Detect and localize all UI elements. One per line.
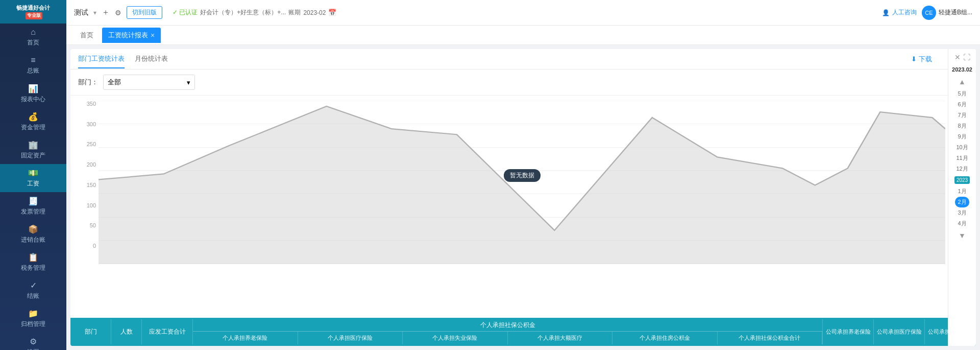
add-button[interactable]: ＋ [102, 7, 110, 18]
th-total-wage: 应发工资合计 [142, 319, 193, 344]
th-personal-major-medical: 个人承担大额医疗 [508, 332, 613, 344]
reports-icon: 📊 [28, 84, 38, 94]
th-dept: 部门 [70, 319, 111, 344]
th-personal-items: 个人承担养老保险 个人承担医疗保险 个人承担失业保险 个人承担大额医疗 个人承担… [193, 332, 822, 344]
tab-home[interactable]: 首页 [74, 28, 100, 43]
month-item-2-1月[interactable]: 1月 [955, 186, 969, 197]
month-item-5月[interactable]: 5月 [953, 88, 970, 99]
y-label-100: 100 [87, 202, 96, 208]
sidebar-item-sales[interactable]: 📦 进销台账 [0, 220, 66, 248]
help-button[interactable]: 👤 人工咨询 [882, 8, 917, 17]
status-area: ✓ 已认证 好会计（专）+好生意（标）+... 账期 2023-02 📅 [173, 8, 336, 17]
sidebar-item-home[interactable]: ⌂ 首页 [0, 24, 66, 52]
month-item-2-4月[interactable]: 4月 [955, 218, 969, 229]
subtab-dept[interactable]: 部门工资统计表 [78, 50, 125, 68]
funds-icon: 💰 [28, 112, 38, 122]
month-item-8月[interactable]: 8月 [953, 121, 970, 131]
company-dropdown-icon[interactable]: ▾ [93, 9, 96, 16]
panel-expand-icon[interactable]: ⛶ [963, 53, 970, 61]
assets-icon: 🏢 [28, 140, 38, 150]
edition-badge: 专业版 [26, 12, 42, 19]
sidebar-item-settings[interactable]: ⚙ 设置 [0, 333, 66, 350]
month-item-2-2月[interactable]: 2月 [955, 197, 969, 207]
assets-label: 固定资产 [21, 151, 45, 160]
tab-salary-report-label: 工资统计报表 [108, 31, 148, 40]
sidebar-item-funds[interactable]: 💰 资金管理 [0, 108, 66, 136]
tab-salary-report[interactable]: 工资统计报表 × [102, 28, 161, 43]
username: 轻捷通B组... [939, 8, 972, 17]
home-label: 首页 [27, 38, 39, 47]
avatar: CE [922, 6, 936, 20]
tab-bar: 首页 工资统计报表 × [66, 26, 980, 45]
tab-close-icon[interactable]: × [151, 31, 155, 39]
reports-label: 报表中心 [21, 95, 45, 104]
sidebar-item-invoice[interactable]: 🧾 发票管理 [0, 192, 66, 220]
subtab-month[interactable]: 月份统计表 [135, 50, 168, 68]
th-company-pension: 公司承担养老保险 [823, 319, 874, 344]
month-item-12月[interactable]: 12月 [953, 164, 970, 174]
sidebar-item-assets[interactable]: 🏢 固定资产 [0, 136, 66, 164]
dept-select[interactable]: 全部 ▾ [103, 75, 195, 90]
month-item-9月[interactable]: 9月 [953, 131, 970, 142]
settings-icon: ⚙ [30, 337, 37, 346]
company-name: 测试 [74, 8, 88, 17]
area-path [99, 106, 945, 264]
tax-label: 税务管理 [21, 264, 45, 272]
month-item-10月[interactable]: 10月 [953, 142, 970, 153]
year-label: 2023.02 [949, 64, 975, 75]
help-icon: 👤 [882, 9, 890, 16]
sidebar-item-salary[interactable]: 💵 工资 [0, 164, 66, 192]
th-personal-unemployment: 个人承担失业保险 [403, 332, 508, 344]
sales-label: 进销台账 [21, 236, 45, 244]
y-label-150: 150 [87, 182, 96, 188]
invoice-label: 发票管理 [21, 207, 45, 216]
panel-close-icon[interactable]: ✕ [954, 53, 961, 61]
panel-controls: ✕ ⛶ [953, 52, 972, 63]
th-headcount: 人数 [111, 319, 142, 344]
ledger-icon: ≡ [31, 56, 35, 65]
calendar-icon[interactable]: 📅 [328, 9, 336, 16]
chart-area: 350 300 250 200 150 100 50 0 [70, 96, 976, 346]
y-label-200: 200 [87, 161, 96, 168]
settings-icon[interactable]: ⚙ [115, 9, 121, 17]
sidebar-item-tax[interactable]: 📋 税务管理 [0, 248, 66, 276]
y-label-50: 50 [90, 222, 96, 228]
certified-status: ✓ 已认证 [173, 8, 198, 17]
download-button[interactable]: ⬇ 下载 [911, 55, 932, 64]
ledger-label: 总账 [27, 66, 39, 75]
product-tags: 好会计（专）+好生意（标）+... [200, 8, 286, 17]
th-company-medical: 公司承担医疗保险 [874, 319, 925, 344]
month-item-11月[interactable]: 11月 [953, 153, 970, 164]
sidebar-item-archive[interactable]: 📁 归档管理 [0, 305, 66, 333]
sidebar-item-close[interactable]: ✓ 结账 [0, 276, 66, 305]
archive-label: 归档管理 [21, 320, 45, 329]
month-item-2-3月[interactable]: 3月 [955, 207, 969, 218]
app-name: 畅捷通好会计 专业版 [16, 4, 50, 19]
period-value: 2023-02 [303, 9, 326, 16]
sidebar-item-ledger[interactable]: ≡ 总账 [0, 52, 66, 80]
logo: 畅捷通好会计 专业版 [0, 0, 66, 24]
sidebar-item-reports[interactable]: 📊 报表中心 [0, 80, 66, 108]
close-label: 结账 [27, 292, 39, 300]
panel-up-arrow-icon[interactable]: ▲ [957, 76, 967, 87]
sales-icon: 📦 [28, 224, 38, 234]
th-personal-group-header: 个人承担社保公积金 [193, 319, 822, 332]
month-item-6月[interactable]: 6月 [953, 99, 970, 110]
topbar: 测试 ▾ ＋ ⚙ 切到旧版 ✓ 已认证 好会计（专）+好生意（标）+... 账期… [66, 0, 980, 26]
y-label-0: 0 [93, 243, 96, 249]
user-menu[interactable]: CE 轻捷通B组... [922, 6, 972, 20]
salary-label: 工资 [27, 179, 39, 188]
salary-icon: 💵 [28, 168, 38, 178]
download-icon: ⬇ [911, 55, 917, 63]
th-personal-medical: 个人承担医疗保险 [298, 332, 403, 344]
period-label: 账期 [288, 8, 301, 17]
th-personal-pension: 个人承担养老保险 [193, 332, 298, 344]
right-date-panel: ✕ ⛶ 2023.02 ▲ 5月6月7月8月9月10月11月12月 2023 1… [948, 49, 976, 346]
y-label-250: 250 [87, 141, 96, 147]
classic-mode-button[interactable]: 切到旧版 [127, 6, 162, 19]
dept-filter-label: 部门： [78, 78, 98, 87]
month-item-7月[interactable]: 7月 [953, 110, 970, 121]
panel-down-arrow-icon[interactable]: ▼ [957, 230, 967, 241]
close-icon: ✓ [30, 281, 37, 290]
y-label-350: 350 [87, 101, 96, 107]
